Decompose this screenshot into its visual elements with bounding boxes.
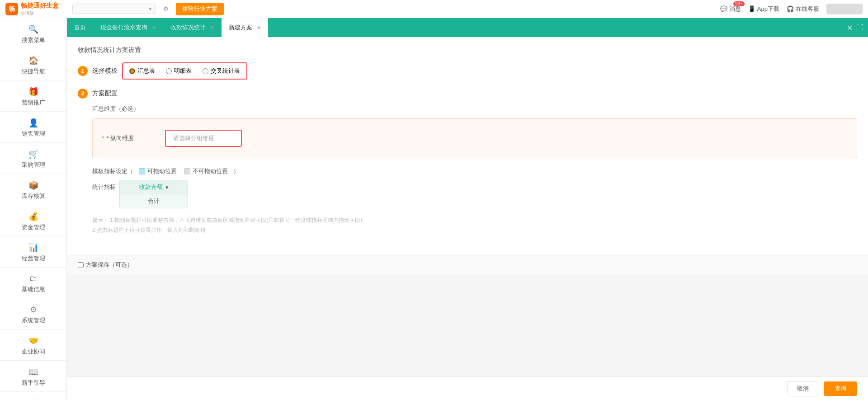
sidebar-item-purchase[interactable]: 🛒 采购管理 xyxy=(0,143,66,174)
close-window-icon[interactable]: ✕ xyxy=(847,24,853,32)
sidebar-item-inventory[interactable]: 📦 库存核算 xyxy=(0,174,66,205)
top-bar-right: 💬 消息 99+ 📱 App下载 🎧 在线客服 xyxy=(720,4,863,14)
indicator-section: 模板指标设定（ 可拖动位置 不可拖动位置 xyxy=(92,167,857,208)
notification-button[interactable]: 💬 消息 99+ xyxy=(720,5,741,13)
content-area: 首页 现金银行流水查询 ✕ 收款情况统计 ✕ 新建方案 ✕ ✕ ⛶ xyxy=(67,18,868,400)
form-card: 收款情况统计方案设置 1 选择模板 汇总表 xyxy=(67,37,868,255)
tip-line-1: 提示： 1.拖动标题栏可以调整布局，不可跨维度或指标区域拖动栏目字段(只能在同一… xyxy=(92,216,857,226)
inventory-icon: 📦 xyxy=(28,180,38,190)
basic-icon: 🗂 xyxy=(29,274,38,283)
hardware-icon: 🖥 xyxy=(29,398,38,400)
step2-badge: 2 xyxy=(78,89,88,99)
tab-bar: 首页 现金银行流水查询 ✕ 收款情况统计 ✕ 新建方案 ✕ ✕ ⛶ xyxy=(67,18,868,37)
tab-cashflow[interactable]: 现金银行流水查询 ✕ xyxy=(93,18,163,37)
tab-newplan[interactable]: 新建方案 ✕ xyxy=(222,18,268,37)
notification-icon: 💬 xyxy=(720,5,727,12)
radio-jiaocha[interactable]: 交叉统计表 xyxy=(203,67,240,75)
save-plan-checkbox-label[interactable]: 方案保存（可选） xyxy=(78,261,133,269)
dimension-select[interactable]: 请选择分组维度 xyxy=(165,130,242,147)
home-icon: 🏠 xyxy=(28,56,38,66)
arrow-icon: —— xyxy=(145,135,158,142)
tab-bar-actions: ✕ ⛶ xyxy=(842,18,868,37)
radio-jiaocha-input[interactable] xyxy=(203,68,208,74)
gear-button[interactable]: ⚙ xyxy=(160,3,172,15)
query-button[interactable]: 查询 xyxy=(824,381,857,396)
search-box[interactable]: ▾ xyxy=(72,4,156,14)
trial-button[interactable]: 体验行业方案 xyxy=(176,3,224,15)
purchase-icon: 🛒 xyxy=(28,149,38,159)
sidebar-item-basic[interactable]: 🗂 基础信息 xyxy=(0,268,66,298)
step1-section: 1 选择模板 汇总表 明细表 xyxy=(78,62,857,80)
management-icon: 📊 xyxy=(28,243,38,253)
sidebar-item-system[interactable]: ⚙ 系统管理 xyxy=(0,298,66,329)
maximize-icon[interactable]: ⛶ xyxy=(856,24,863,32)
indicator-header: 模板指标设定（ 可拖动位置 不可拖动位置 xyxy=(92,167,857,175)
page-content: 收款情况统计方案设置 1 选择模板 汇总表 xyxy=(67,37,868,376)
tip-line-2: 2.点击标题栏下拉可设置排序、插入列和删除列 xyxy=(92,226,857,235)
sidebar-item-finance[interactable]: 💰 资金管理 xyxy=(0,205,66,236)
page-title: 收款情况统计方案设置 xyxy=(78,46,857,54)
step1-header: 1 选择模板 汇总表 明细表 xyxy=(78,62,857,80)
required-label: * * 纵向维度 xyxy=(102,134,138,142)
tab-close-cashflow[interactable]: ✕ xyxy=(152,25,156,31)
cooperation-icon: 🤝 xyxy=(28,336,38,346)
movable-dot xyxy=(139,168,145,174)
step1-badge: 1 xyxy=(78,66,88,76)
stats-label-col: 统计指标 xyxy=(92,180,119,208)
sidebar-item-hardware[interactable]: 🖥 智能硬件 xyxy=(0,392,66,400)
legend-movable: 可拖动位置 xyxy=(139,167,177,175)
radio-mingxi-input[interactable] xyxy=(166,68,172,74)
stats-table: 收款金额 ▾ 合计 xyxy=(119,180,188,208)
step1-label: 选择模板 xyxy=(92,67,118,75)
stats-header[interactable]: 收款金额 ▾ xyxy=(120,180,188,194)
step2-header: 2 方案配置 xyxy=(78,89,857,99)
sidebar-item-marketing[interactable]: 🎁 营销推广 xyxy=(0,80,66,112)
search-area: ▾ ⚙ 体验行业方案 xyxy=(72,3,720,15)
stats-total-row: 合计 xyxy=(120,194,188,208)
system-icon: ⚙ xyxy=(30,305,37,315)
dropdown-arrow-icon[interactable]: ▾ xyxy=(149,5,152,12)
search-icon: 🔍 xyxy=(28,24,38,34)
template-radio-group: 汇总表 明细表 交叉统计表 xyxy=(122,62,247,80)
service-button[interactable]: 🎧 在线客服 xyxy=(787,5,819,13)
service-icon: 🎧 xyxy=(787,5,794,12)
cancel-button[interactable]: 取消 xyxy=(788,381,818,396)
save-plan-checkbox[interactable] xyxy=(78,262,84,268)
logo-icon: 畅 xyxy=(5,3,18,15)
sidebar-item-quicknav[interactable]: 🏠 快捷导航 xyxy=(0,49,66,80)
logo-badge: 标准版 xyxy=(21,10,59,16)
tips-section: 提示： 1.拖动标题栏可以调整布局，不可跨维度或指标区域拖动栏目字段(只能在同一… xyxy=(92,216,857,235)
sidebar-item-sales[interactable]: 👤 销售管理 xyxy=(0,112,66,143)
logo-area: 畅 畅捷通好生意 标准版 xyxy=(5,2,72,16)
marketing-icon: 🎁 xyxy=(28,87,38,97)
legend-fixed: 不可拖动位置 xyxy=(184,167,228,175)
guide-icon: 📖 xyxy=(28,367,38,377)
dropdown-indicator-icon[interactable]: ▾ xyxy=(165,184,169,191)
radio-huizong-input[interactable] xyxy=(129,68,135,74)
user-avatar[interactable] xyxy=(826,4,863,14)
sidebar-item-guide[interactable]: 📖 新手引导 xyxy=(0,361,66,392)
sidebar-item-management[interactable]: 📊 经营管理 xyxy=(0,236,66,268)
sidebar-item-cooperation[interactable]: 🤝 企业协同 xyxy=(0,329,66,361)
logo-text: 畅捷通好生意 xyxy=(21,2,59,10)
sidebar-item-search[interactable]: 🔍 搜索菜单 xyxy=(0,18,66,49)
dimension-row: * * 纵向维度 —— 请选择分组维度 xyxy=(102,130,848,147)
radio-huizong[interactable]: 汇总表 xyxy=(129,67,155,75)
tab-home[interactable]: 首页 xyxy=(67,18,93,37)
required-star: * xyxy=(102,135,104,141)
footer-bar: 取消 查询 xyxy=(67,376,868,400)
indicator-legend: 可拖动位置 不可拖动位置 xyxy=(139,167,228,175)
gear-icon: ⚙ xyxy=(163,5,169,12)
search-input[interactable] xyxy=(76,6,149,12)
download-icon: 📱 xyxy=(748,5,755,12)
finance-icon: 💰 xyxy=(28,212,38,221)
tab-collection[interactable]: 收款情况统计 ✕ xyxy=(163,18,222,37)
bottom-section: 方案保存（可选） xyxy=(67,255,868,274)
download-button[interactable]: 📱 App下载 xyxy=(748,5,779,13)
tab-close-collection[interactable]: ✕ xyxy=(210,25,214,31)
stats-table-area: 统计指标 收款金额 ▾ 合计 xyxy=(92,180,857,208)
stats-section-label: 统计指标 xyxy=(92,180,119,194)
step2-section: 2 方案配置 汇总维度（必选） * * 纵向维度 xyxy=(78,89,857,235)
tab-close-newplan[interactable]: ✕ xyxy=(257,25,261,31)
radio-mingxi[interactable]: 明细表 xyxy=(166,67,192,75)
